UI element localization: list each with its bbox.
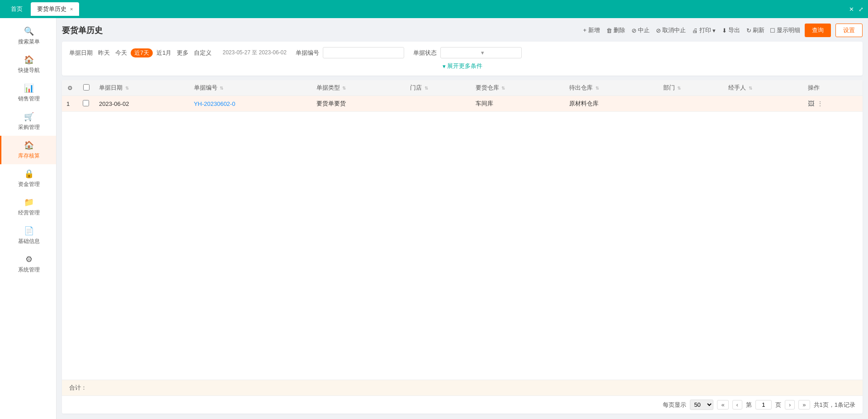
delete-icon: 🗑 [606, 27, 612, 34]
store-cell [406, 96, 471, 112]
doc-type-col-header[interactable]: 单据类型 ⇅ [312, 80, 406, 96]
sidebar-item-label: 采购管理 [18, 124, 40, 131]
close-window-icon[interactable]: ✕ [849, 6, 854, 13]
status-filter-label: 单据状态 [413, 49, 437, 57]
sidebar-item-purchase-mgmt[interactable]: 🛒 采购管理 [0, 107, 56, 136]
select-all-checkbox[interactable] [83, 84, 90, 90]
summary-label: 合计： [69, 384, 87, 392]
delete-button[interactable]: 🗑 删除 [605, 24, 626, 36]
req-warehouse-cell: 车间库 [471, 96, 565, 112]
dept-sort-icon: ⇅ [677, 86, 681, 90]
new-button[interactable]: + 新增 [582, 24, 601, 36]
date-btn-custom[interactable]: 自定义 [192, 48, 213, 57]
pagination-bar: 每页显示 20 50 100 « ‹ 第 页 › » 共1页，1条记录 [62, 395, 863, 414]
checkbox-col-header[interactable] [78, 80, 94, 96]
dept-cell [659, 96, 724, 112]
print-button[interactable]: 🖨 打印 ▾ [691, 24, 717, 36]
print-icon: 🖨 [692, 27, 698, 34]
sidebar-item-label: 搜索菜单 [18, 38, 40, 46]
cancel-stop-button[interactable]: ⊘ 取消中止 [655, 24, 687, 36]
tab-label: 要货单历史 [37, 5, 66, 13]
sidebar-item-operations-mgmt[interactable]: 📁 经营管理 [0, 193, 56, 221]
doc-no-cell[interactable]: YH-20230602-0 [189, 96, 312, 112]
tab-requisition-history[interactable]: 要货单历史 × [31, 2, 79, 16]
last-page-button[interactable]: » [798, 400, 810, 409]
query-button[interactable]: 查询 [805, 24, 831, 37]
doc-date-cell: 2023-06-02 [94, 96, 189, 112]
sidebar-item-label: 基础信息 [18, 238, 40, 245]
content-area: 要货单历史 + 新增 🗑 删除 ⊘ 中止 ⊘ 取消中止 🖨 打印 [57, 18, 868, 419]
store-sort-icon: ⇅ [425, 86, 428, 90]
top-bar: 首页 要货单历史 × ✕ ⤢ [0, 0, 868, 18]
settings-col-header[interactable]: ⚙ [62, 80, 78, 96]
page-number-input[interactable] [755, 400, 772, 409]
status-filter-select[interactable]: ▾ [440, 47, 522, 58]
sidebar-item-quick-nav[interactable]: 🏠 快捷导航 [0, 50, 56, 79]
prev-page-button[interactable]: ‹ [732, 400, 742, 409]
sidebar-item-label: 快捷导航 [18, 67, 40, 74]
date-btn-1month[interactable]: 近1月 [155, 48, 173, 57]
tab-close-icon[interactable]: × [70, 6, 73, 12]
row-view-icon[interactable]: 🖼 [808, 100, 814, 107]
maximize-window-icon[interactable]: ⤢ [859, 6, 863, 13]
stop-icon: ⊘ [632, 27, 637, 34]
filter-card: 单据日期 昨天 今天 近7天 近1月 更多 自定义 2023-05-27 至 2… [62, 42, 863, 76]
export-button[interactable]: ⬇ 导出 [721, 24, 741, 36]
doc-no-link[interactable]: YH-20230602-0 [194, 100, 236, 107]
sidebar-item-label: 库存核算 [18, 152, 40, 160]
stop-button[interactable]: ⊘ 中止 [631, 24, 651, 36]
settings-button[interactable]: 设置 [835, 24, 863, 37]
data-table: ⚙ 单据日期 ⇅ 单据编号 ⇅ [62, 80, 863, 112]
page-header: 要货单历史 + 新增 🗑 删除 ⊘ 中止 ⊘ 取消中止 🖨 打印 [62, 24, 863, 37]
expand-more-btn[interactable]: ▾ 展开更多条件 [69, 62, 855, 70]
req-warehouse-col-header[interactable]: 要货仓库 ⇅ [471, 80, 565, 96]
cancel-stop-icon: ⊘ [656, 27, 661, 34]
page-size-select[interactable]: 20 50 100 [690, 400, 713, 410]
row-index-cell: 1 [62, 96, 78, 112]
header-actions: + 新增 🗑 删除 ⊘ 中止 ⊘ 取消中止 🖨 打印 ▾ [582, 24, 863, 37]
date-btn-7days[interactable]: 近7天 [131, 48, 153, 57]
doc-no-col-header[interactable]: 单据编号 ⇅ [189, 80, 312, 96]
quick-nav-icon: 🏠 [24, 55, 34, 65]
sidebar-item-label: 销售管理 [18, 95, 40, 103]
date-btn-more[interactable]: 更多 [175, 48, 190, 57]
row-checkbox-cell[interactable] [78, 96, 94, 112]
table-header-row: ⚙ 单据日期 ⇅ 单据编号 ⇅ [62, 80, 863, 96]
doc-date-col-header[interactable]: 单据日期 ⇅ [94, 80, 189, 96]
sidebar-item-basic-info[interactable]: 📄 基础信息 [0, 221, 56, 250]
date-btn-yesterday[interactable]: 昨天 [96, 48, 112, 57]
dept-col-header[interactable]: 部门 ⇅ [659, 80, 724, 96]
refresh-icon: ↻ [746, 27, 751, 34]
sidebar-item-search-menu[interactable]: 🔍 搜索菜单 [0, 22, 56, 50]
row-more-icon[interactable]: ⋮ [817, 100, 823, 107]
sales-mgmt-icon: 📊 [24, 83, 34, 93]
row-checkbox[interactable] [83, 100, 89, 106]
sidebar-item-system-mgmt[interactable]: ⚙ 系统管理 [0, 250, 56, 278]
search-menu-icon: 🔍 [24, 26, 34, 36]
table-row: 1 2023-06-02 YH-20230602-0 要货单要货 车间库 [62, 96, 863, 112]
finance-mgmt-icon: 🔒 [24, 169, 34, 179]
sidebar-item-sales-mgmt[interactable]: 📊 销售管理 [0, 79, 56, 107]
next-page-button[interactable]: › [785, 400, 795, 409]
operations-mgmt-icon: 📁 [24, 197, 34, 207]
page-size-label: 每页显示 [663, 401, 686, 409]
store-col-header[interactable]: 门店 ⇅ [406, 80, 471, 96]
table-summary: 合计： [62, 380, 863, 395]
sidebar-item-finance-mgmt[interactable]: 🔒 资金管理 [0, 164, 56, 193]
row-actions: 🖼 ⋮ [808, 100, 858, 107]
page-unit: 页 [775, 401, 781, 409]
tab-home[interactable]: 首页 [5, 2, 29, 16]
docno-filter-input[interactable] [323, 47, 404, 58]
actions-cell: 🖼 ⋮ [803, 96, 863, 112]
first-page-button[interactable]: « [717, 400, 728, 409]
date-range-display: 2023-05-27 至 2023-06-02 [222, 49, 286, 57]
sidebar-item-inventory[interactable]: 🏠 库存核算 [0, 136, 56, 164]
refresh-button[interactable]: ↻ 刷新 [745, 24, 765, 36]
pending-warehouse-col-header[interactable]: 待出仓库 ⇅ [565, 80, 659, 96]
purchase-mgmt-icon: 🛒 [24, 112, 34, 122]
status-select-arrow-icon: ▾ [481, 49, 518, 56]
date-btn-today[interactable]: 今天 [113, 48, 129, 57]
table-container: ⚙ 单据日期 ⇅ 单据编号 ⇅ [62, 80, 863, 380]
display-detail-button[interactable]: ☐ 显示明细 [770, 26, 800, 34]
handler-col-header[interactable]: 经手人 ⇅ [724, 80, 803, 96]
